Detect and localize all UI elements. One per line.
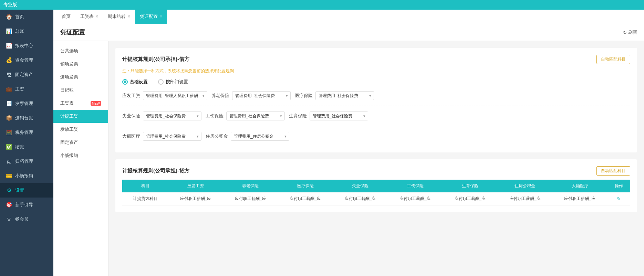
tab-close-voucher-config[interactable]: × [160, 14, 162, 19]
debit-warning-text: 注：只能选择一种方式，系统将按照您当前的选择来配置规则 [122, 68, 630, 74]
sidebar-item-archive[interactable]: 🗂归档管理 [0, 154, 53, 169]
refresh-label: 刷新 [628, 29, 637, 35]
sidebar-label-home: 首页 [15, 14, 24, 20]
refresh-button[interactable]: ↻ 刷新 [623, 29, 637, 35]
main-area: 首页工资表×期末结转×凭证配置× 凭证配置 ↻ 刷新 公共选项销项发票进项发票日… [53, 10, 644, 276]
debit-label-0-0: 应发工资 [122, 93, 140, 99]
left-nav: 公共选项销项发票进项发票日记账工资表NEW计提工资发放工资固定资产小畅报销 [53, 41, 108, 276]
sidebar-label-inventory: 进销台账 [15, 115, 33, 121]
left-nav-item-pay-salary[interactable]: 发放工资 [53, 123, 108, 136]
debit-section: 计提核算规则(公司承担)-借方 自动匹配科目 注：只能选择一种方式，系统将按照您… [115, 48, 637, 152]
debit-label-1-0: 失业保险 [122, 113, 140, 119]
left-nav-label-salary-table: 工资表 [60, 100, 74, 106]
sidebar-item-report[interactable]: 📈报表中心 [0, 39, 53, 53]
left-nav-item-input-invoice[interactable]: 进项发票 [53, 71, 108, 84]
credit-table-head: 科目应发工资养老保险医疗保险失业保险工伤保险生育保险住房公积金大额医疗操作 [122, 180, 630, 192]
left-nav-item-salary-table[interactable]: 工资表NEW [53, 97, 108, 110]
left-nav-item-xiaochang-expense[interactable]: 小畅报销 [53, 149, 108, 162]
left-nav-item-fixed-assets[interactable]: 固定资产 [53, 136, 108, 149]
sidebar-label-ledger: 总账 [15, 28, 24, 34]
debit-select-2-1[interactable]: 管理费用_住房公积金 [231, 132, 289, 141]
debit-form-item-1-0: 失业保险 管理费用_社会保险费 [122, 112, 201, 120]
tab-close-period-close[interactable]: × [128, 14, 130, 19]
sidebar-item-member[interactable]: V畅会员 [0, 212, 53, 226]
debit-select-0-1[interactable]: 管理费用_社会保险费 [232, 91, 291, 100]
left-nav-label-journal: 日记账 [60, 87, 74, 93]
sidebar-item-xiaochang[interactable]: 💳小畅报销 [0, 169, 53, 183]
debit-select-1-2[interactable]: 管理费用_社会保险费 [310, 112, 368, 120]
sidebar-item-ledger[interactable]: 📊总账 [0, 24, 53, 39]
sidebar-item-tax[interactable]: 🧮税务管理 [0, 125, 53, 140]
debit-section-title: 计提核算规则(公司承担)-借方 [122, 56, 189, 63]
sidebar-label-funds: 资金管理 [15, 57, 33, 63]
left-nav-item-journal[interactable]: 日记账 [53, 84, 108, 97]
edit-icon-0[interactable]: ✎ [617, 196, 621, 202]
credit-cell-0-7[interactable]: 应付职工薪酬_应 [552, 192, 607, 205]
badge-salary-table: NEW [91, 101, 101, 106]
sidebar-item-home[interactable]: 🏠首页 [0, 10, 53, 24]
sidebar-item-salary[interactable]: 💼工资 [0, 82, 53, 96]
credit-cell-0-5[interactable]: 应付职工薪酬_应 [443, 192, 497, 205]
radio-basic[interactable]: 基础设置 [122, 79, 148, 85]
sidebar-item-guide[interactable]: 🎯新手引导 [0, 198, 53, 212]
left-nav-item-jiti-salary[interactable]: 计提工资 [53, 110, 108, 123]
sidebar-item-invoice[interactable]: 🧾发票管理 [0, 96, 53, 111]
left-nav-item-public[interactable]: 公共选项 [53, 44, 108, 57]
tab-period-close[interactable]: 期末结转× [103, 10, 135, 24]
credit-section-header: 计提核算规则(公司承担)-贷方 自动匹配科目 [122, 166, 630, 176]
credit-col-0: 科目 [122, 180, 168, 192]
debit-label-1-2: 生育保险 [289, 113, 307, 119]
sidebar-icon-ledger: 📊 [6, 28, 12, 34]
sidebar: 🏠首页📊总账📈报表中心💰资金管理🏗固定资产💼工资🧾发票管理📦进销台账🧮税务管理✅… [0, 10, 53, 276]
sidebar-item-settings[interactable]: ⚙设置 [0, 183, 53, 198]
debit-label-2-0: 大额医疗 [122, 133, 140, 139]
tab-home[interactable]: 首页 [57, 10, 75, 24]
debit-select-2-0[interactable]: 管理费用_社会保险费 [143, 132, 201, 141]
radio-basic-circle [122, 79, 128, 85]
debit-select-0-2[interactable]: 管理费用_社会保险费 [315, 91, 374, 100]
tab-voucher-config[interactable]: 凭证配置× [135, 10, 167, 24]
left-nav-label-jiti-salary: 计提工资 [60, 113, 78, 119]
sidebar-icon-settle: ✅ [6, 144, 12, 150]
credit-cell-0-0[interactable]: 应付职工薪酬_应 [168, 192, 223, 205]
left-nav-item-cancel-invoice[interactable]: 销项发票 [53, 57, 108, 71]
sidebar-label-member: 畅会员 [15, 216, 29, 222]
sidebar-label-guide: 新手引导 [15, 202, 33, 208]
sidebar-item-funds[interactable]: 💰资金管理 [0, 53, 53, 67]
sidebar-icon-xiaochang: 💳 [6, 173, 12, 179]
sidebar-item-assets[interactable]: 🏗固定资产 [0, 67, 53, 82]
credit-col-6: 生育保险 [443, 180, 497, 192]
credit-cell-0-6[interactable]: 应付职工薪酬_应 [498, 192, 552, 205]
tab-salary-table[interactable]: 工资表× [75, 10, 103, 24]
debit-select-1-0[interactable]: 管理费用_社会保险费 [143, 112, 201, 120]
credit-cell-0-1[interactable]: 应付职工薪酬_应 [223, 192, 278, 205]
sidebar-icon-funds: 💰 [6, 57, 12, 63]
credit-col-4: 失业保险 [333, 180, 387, 192]
credit-table: 科目应发工资养老保险医疗保险失业保险工伤保险生育保险住房公积金大额医疗操作 计提… [122, 180, 630, 205]
sidebar-label-settle: 结账 [15, 144, 24, 150]
tab-label-salary-table: 工资表 [80, 13, 94, 20]
left-nav-label-fixed-assets: 固定资产 [60, 139, 78, 146]
tab-label-home: 首页 [62, 13, 71, 20]
radio-department-circle [158, 79, 164, 85]
sidebar-icon-tax: 🧮 [6, 129, 12, 136]
credit-col-9: 操作 [607, 180, 630, 192]
tab-close-salary-table[interactable]: × [96, 14, 98, 19]
credit-auto-match-button[interactable]: 自动匹配科目 [596, 166, 630, 176]
sidebar-item-inventory[interactable]: 📦进销台账 [0, 111, 53, 125]
radio-department[interactable]: 按部门设置 [158, 79, 188, 85]
credit-table-container: 科目应发工资养老保险医疗保险失业保险工伤保险生育保险住房公积金大额医疗操作 计提… [122, 180, 630, 205]
credit-cell-0-2[interactable]: 应付职工薪酬_应 [278, 192, 333, 205]
credit-col-3: 医疗保险 [278, 180, 333, 192]
sidebar-label-settings: 设置 [15, 187, 24, 193]
credit-cell-0-4[interactable]: 应付职工薪酬_应 [388, 192, 443, 205]
sidebar-label-archive: 归档管理 [15, 158, 33, 164]
debit-select-1-1[interactable]: 管理费用_社会保险费 [226, 112, 285, 120]
debit-select-0-0[interactable]: 管理费用_管理人员职工薪酬 [143, 91, 207, 100]
sidebar-icon-settings: ⚙ [6, 187, 12, 193]
sidebar-icon-assets: 🏗 [6, 72, 12, 78]
debit-auto-match-button[interactable]: 自动匹配科目 [596, 55, 630, 64]
credit-action-0[interactable]: ✎ [607, 192, 630, 205]
sidebar-item-settle[interactable]: ✅结账 [0, 140, 53, 154]
credit-cell-0-3[interactable]: 应付职工薪酬_应 [333, 192, 387, 205]
